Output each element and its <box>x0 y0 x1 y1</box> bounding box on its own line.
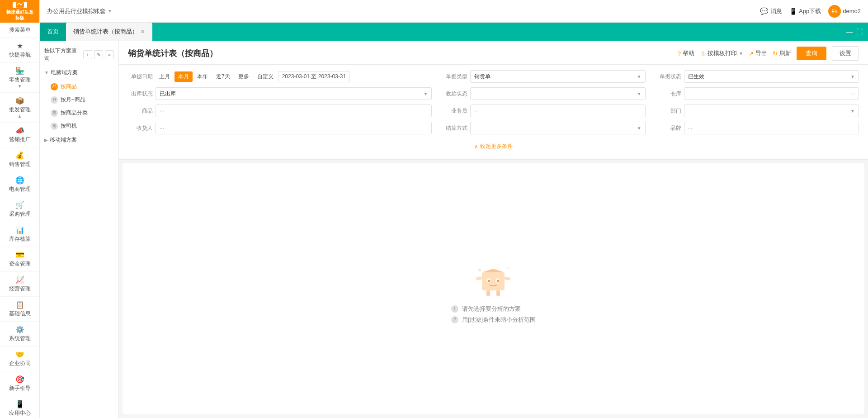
sidebar-item-label: 库存核算 <box>9 235 31 243</box>
settle-control[interactable]: ▼ <box>470 122 645 134</box>
sidebar-item-inventory[interactable]: 📊 库存核算 <box>0 222 39 247</box>
user-menu[interactable]: Ea demo2 <box>828 5 861 18</box>
recv-status-control[interactable]: ▼ <box>470 87 645 100</box>
mobile-scheme-group[interactable]: ▶ 移动端方案 <box>40 134 118 146</box>
sidebar-item-marketing[interactable]: 📣 营销推广 <box>0 123 39 147</box>
sidebar-item-enterprise[interactable]: 🤝 企业协同 <box>0 347 39 371</box>
help-icon: ? <box>678 50 681 57</box>
date-tab-custom[interactable]: 自定义 <box>254 71 277 82</box>
sidebar-item-sales[interactable]: 💰 销售管理 <box>0 147 39 172</box>
settings-button[interactable]: 设置 <box>832 46 859 61</box>
scheme-item-by-category[interactable]: 类 按商品分类 <box>40 106 118 119</box>
date-range-bar: 上月 本月 本年 近7天 更多 自定义 2023-03-01 至 2023-03… <box>156 71 432 82</box>
product-dots-icon[interactable]: ··· <box>160 108 164 114</box>
minimize-icon[interactable]: — <box>846 28 853 35</box>
add-scheme-button[interactable]: + <box>83 50 92 59</box>
user-label: demo2 <box>843 8 861 14</box>
brand-control[interactable]: ··· <box>684 122 859 134</box>
tab-close-icon[interactable]: ✕ <box>141 28 145 35</box>
logo-icon <box>13 2 27 8</box>
warehouse-label: 仓库 <box>656 90 681 98</box>
print-button[interactable]: 🖨 按模板打印 ▼ <box>700 49 743 57</box>
out-status-label: 出库状态 <box>128 90 153 98</box>
refresh-button[interactable]: ↻ 刷新 <box>773 49 791 57</box>
date-tab-more[interactable]: 更多 <box>235 71 253 82</box>
export-button[interactable]: ↗ 导出 <box>749 49 767 57</box>
sidebar-item-quick-nav[interactable]: ★ 快捷导航 <box>0 38 39 63</box>
collapse-panel-button[interactable]: « <box>105 50 114 59</box>
empty-step-1: 1 请先选择要分析的方案 <box>451 305 536 313</box>
date-tab-7days[interactable]: 近7天 <box>212 71 234 82</box>
scheme-item-by-cashier[interactable]: 司 按司机 <box>40 119 118 133</box>
app-download-button[interactable]: 📱 App下载 <box>789 7 821 15</box>
sidebar-item-purchase[interactable]: 🛒 采购管理 <box>0 197 39 222</box>
pc-scheme-group[interactable]: ▼ 电脑端方案 <box>40 67 118 78</box>
filter-date: 单据日期 上月 本月 本年 近7天 更多 自定义 2023-03-01 至 20… <box>128 71 432 82</box>
maximize-icon[interactable]: ⛶ <box>856 28 863 35</box>
department-control[interactable]: ▼ <box>684 104 859 117</box>
sidebar-item-ecom[interactable]: 🌐 电商管理 <box>0 172 39 197</box>
date-tab-prev-month[interactable]: 上月 <box>156 71 174 82</box>
message-button[interactable]: 💬 消息 <box>760 7 782 15</box>
tab-bar-actions: — ⛶ <box>841 23 868 41</box>
warehouse-control[interactable]: ··· <box>684 87 859 100</box>
tab-active[interactable]: 销货单统计表（按商品） ✕ <box>66 23 152 41</box>
app-name: 畅捷通好生意 <box>6 9 33 15</box>
receiver-control[interactable]: ··· <box>156 122 432 134</box>
pc-scheme-items: 品 按商品 月 按月+商品 类 按商品分类 司 按司机 <box>40 78 118 134</box>
edit-scheme-button[interactable]: ✎ <box>94 50 103 59</box>
sidebar-item-label: 系统管理 <box>9 335 31 342</box>
out-status-control[interactable]: 已出库 ▼ <box>156 87 432 100</box>
purchase-icon: 🛒 <box>15 201 24 209</box>
collapse-bar[interactable]: ∧ 收起更多条件 <box>128 139 859 154</box>
product-control[interactable]: ··· <box>156 104 432 117</box>
export-icon: ↗ <box>749 50 754 57</box>
sidebar-item-retail[interactable]: 🏪 零售管理 ▼ <box>0 63 39 93</box>
scheme-item-by-product[interactable]: 品 按商品 <box>40 80 118 93</box>
chevron-up-icon: ▲ <box>18 114 22 119</box>
salesperson-dots-icon[interactable]: ··· <box>474 108 479 114</box>
doc-type-value: 销货单 <box>474 73 491 81</box>
salesperson-control[interactable]: ··· <box>470 104 645 117</box>
receiver-label: 收货人 <box>128 124 153 132</box>
add-icon: + <box>86 52 89 57</box>
sidebar-item-operation[interactable]: 📈 经营管理 <box>0 272 39 297</box>
step-1-label: 请先选择要分析的方案 <box>462 305 521 313</box>
date-label: 单据日期 <box>128 73 153 81</box>
step-2-num: 2 <box>451 316 458 323</box>
sidebar-item-newbie[interactable]: 🎯 新手引导 <box>0 371 39 396</box>
account-selector[interactable]: 办公用品行业模拟账套 ▼ <box>47 7 112 15</box>
filter-doc-type: 单据类型 销货单 ▼ <box>443 70 645 83</box>
out-status-value: 已出库 <box>160 90 176 98</box>
receiver-dots-icon[interactable]: ··· <box>160 125 164 131</box>
svg-point-10 <box>478 269 481 271</box>
message-label: 消息 <box>770 7 782 15</box>
filter-receiver: 收货人 ··· <box>128 122 432 134</box>
warehouse-dots-icon[interactable]: ··· <box>850 90 855 97</box>
sidebar-item-system[interactable]: ⚙️ 系统管理 <box>0 322 39 347</box>
sidebar-item-app-center[interactable]: 📱 应用中心 <box>0 396 39 418</box>
sidebar-item-basic[interactable]: 📋 基础信息 <box>0 297 39 322</box>
query-button[interactable]: 查询 <box>797 47 826 60</box>
doc-type-control[interactable]: 销货单 ▼ <box>470 70 645 83</box>
sidebar-item-label: 营销推广 <box>9 136 31 143</box>
enterprise-icon: 🤝 <box>15 350 24 359</box>
sidebar-item-wholesale[interactable]: 📦 批发管理 ▲ <box>0 93 39 123</box>
brand-dots-icon[interactable]: ··· <box>688 125 693 131</box>
app-subtitle: 标版 <box>15 15 24 21</box>
sidebar-item-finance[interactable]: 💳 资金管理 <box>0 247 39 272</box>
date-tab-current-month[interactable]: 本月 <box>175 71 193 82</box>
date-range-input[interactable]: 2023-03-01 至 2023-03-31 <box>278 71 350 82</box>
doc-status-control[interactable]: 已生效 ▼ <box>684 70 859 83</box>
scheme-item-by-month-product[interactable]: 月 按月+商品 <box>40 93 118 106</box>
tab-home[interactable]: 首页 <box>40 23 66 41</box>
search-menu[interactable]: 搜索菜单 <box>0 23 39 38</box>
filter-settle: 结算方式 ▼ <box>443 122 645 134</box>
help-button[interactable]: ? 帮助 <box>678 49 694 57</box>
date-tab-current-year[interactable]: 本年 <box>193 71 212 82</box>
svg-rect-1 <box>482 272 505 290</box>
wholesale-icon: 📦 <box>15 96 24 105</box>
sidebar-item-label: 资金管理 <box>9 260 31 268</box>
doc-status-arrow-icon: ▼ <box>850 74 855 79</box>
scheme-tree: ▼ 电脑端方案 品 按商品 月 按月+商品 类 按商品分类 <box>40 65 118 147</box>
